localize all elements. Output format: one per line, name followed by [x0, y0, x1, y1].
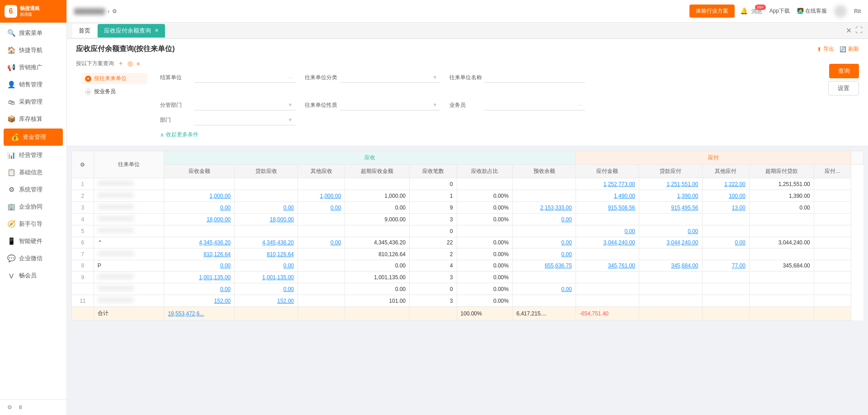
cell-ap_other[interactable]: 13.00 [702, 202, 749, 214]
partner-name-input[interactable] [485, 72, 585, 83]
sidebar-item-member[interactable]: V 畅会员 [0, 267, 66, 284]
scheme-item-salesperson[interactable]: ○ 按业务员 [81, 86, 147, 97]
filter-add-icon[interactable]: ＋ [118, 59, 124, 67]
export-button[interactable]: ⬆ 导出 [817, 45, 834, 53]
cell-prepay_balance[interactable]: 0.00 [513, 248, 576, 260]
refresh-button[interactable]: 🔄 刷新 [840, 45, 859, 53]
cell-ap_loan[interactable] [639, 283, 702, 295]
sidebar-item-guide[interactable]: 🧭 新手引导 [0, 215, 66, 233]
sidebar-item-enterprise[interactable]: 🏢 企业协同 [0, 198, 66, 215]
sidebar-item-marketing[interactable]: 📢 营销推广 [0, 59, 66, 76]
cell-ap_other[interactable] [702, 295, 749, 307]
sidebar-item-wechat[interactable]: 💬 企业微信 [0, 250, 66, 267]
cell-ar_loan[interactable]: 18,000.00 [235, 214, 298, 225]
cell-ar_loan[interactable] [235, 225, 298, 237]
cell-ar_other[interactable] [298, 272, 345, 283]
cell-ar_amount[interactable]: 4,345,436.20 [164, 237, 235, 248]
cell-ap_other[interactable] [702, 272, 749, 283]
cell-prepay_balance[interactable]: 2,153,333.00 [513, 202, 576, 214]
cell-ar_other[interactable]: 0.00 [298, 237, 345, 248]
sidebar-item-operation[interactable]: 📊 经营管理 [0, 147, 66, 164]
user-avatar[interactable] [834, 5, 847, 18]
cell-ap_other[interactable] [702, 248, 749, 260]
cell-ar_amount[interactable]: 0.00 [164, 283, 235, 295]
settings-icon[interactable]: ⚙ [7, 404, 12, 410]
cell-ap_amount[interactable]: 3,044,240.00 [576, 237, 639, 248]
cell-ap_loan[interactable] [639, 248, 702, 260]
sidebar-item-system[interactable]: ⚙ 系统管理 [0, 181, 66, 198]
cell-ap_loan[interactable] [639, 272, 702, 283]
cell-prepay_balance[interactable] [513, 272, 576, 283]
sidebar-item-purchase[interactable]: 🛍 采购管理 [0, 93, 66, 110]
cell-ar_other[interactable] [298, 225, 345, 237]
cell-prepay_balance[interactable] [513, 190, 576, 202]
cell-prepay_balance[interactable] [513, 225, 576, 237]
sidebar-item-finance[interactable]: 💰 资金管理 [4, 129, 63, 146]
cell-ap_amount[interactable]: 915,508.56 [576, 202, 639, 214]
cell-ar_other[interactable] [298, 283, 345, 295]
scheme-item-partner[interactable]: ● 按往来来单位 [81, 73, 147, 84]
setting-button[interactable]: 设置 [828, 81, 859, 95]
cell-ar_loan[interactable]: 4,345,436.20 [235, 237, 298, 248]
cell-ap_loan[interactable] [639, 295, 702, 307]
cell-ap_other[interactable]: 77.00 [702, 260, 749, 272]
cell-ar_other[interactable] [298, 214, 345, 225]
sidebar-item-basic[interactable]: 📋 基础信息 [0, 164, 66, 181]
cell-prepay_balance[interactable] [513, 178, 576, 190]
cell-prepay_balance[interactable]: 655,636.75 [513, 260, 576, 272]
cell-ar_loan[interactable]: 152.00 [235, 295, 298, 307]
cell-ar_loan[interactable]: 0.00 [235, 283, 298, 295]
partner-nature-select[interactable]: ▼ [340, 100, 440, 110]
collapse-btn[interactable]: ∧ 收起更多条件 [160, 128, 859, 141]
sidebar-item-inventory[interactable]: 📦 库存核算 [0, 110, 66, 128]
cell-ar_amount[interactable]: 152.00 [164, 295, 235, 307]
filter-circle-icon[interactable]: ◎ [127, 60, 133, 67]
cell-ar_other[interactable]: 0.00 [298, 202, 345, 214]
col-gear[interactable]: ⚙ [72, 151, 94, 178]
cell-ap_other[interactable] [702, 283, 749, 295]
cell-ap_other[interactable]: 0.00 [702, 237, 749, 248]
header-gear[interactable]: ⚙ [112, 8, 117, 14]
cell-ar_loan[interactable]: 0.00 [235, 260, 298, 272]
table-gear-icon[interactable]: ⚙ [80, 162, 85, 168]
sidebar-item-quicknav[interactable]: 🏠 快捷导航 [0, 42, 66, 59]
cell-prepay_balance[interactable]: 0.00 [513, 237, 576, 248]
cell-ar_amount[interactable]: 18,000.00 [164, 214, 235, 225]
table-scroll-area[interactable]: ⚙ 往来单位 应收 应付 应收金额 贷款应收 其他应收 超期应收金额 [71, 151, 863, 320]
cell-ap_other[interactable]: 1,222.00 [702, 178, 749, 190]
cell-ap_amount[interactable] [576, 295, 639, 307]
cell-ar_amount[interactable]: 0.00 [164, 260, 235, 272]
cell-ar_loan[interactable] [235, 190, 298, 202]
cell-ap_other[interactable] [702, 225, 749, 237]
sidebar-item-search[interactable]: 🔍 搜索菜单 [0, 24, 66, 42]
salesperson-input[interactable]: ··· [484, 100, 585, 110]
cell-ap_amount[interactable] [576, 272, 639, 283]
cell-ar_loan[interactable] [235, 178, 298, 190]
online-service-link[interactable]: 👩‍💻 在线客服 [797, 7, 827, 15]
cell-ap_loan[interactable]: 915,495.56 [639, 202, 702, 214]
cell-prepay_balance[interactable] [513, 295, 576, 307]
sidebar-item-hardware[interactable]: 📱 智能硬件 [0, 233, 66, 250]
cell-ap_loan[interactable]: 1,251,551.00 [639, 178, 702, 190]
cell-prepay_balance[interactable]: 0.00 [513, 283, 576, 295]
cell-ar_amount[interactable]: 0.00 [164, 202, 235, 214]
cell-ar_amount[interactable]: 1,000.00 [164, 190, 235, 202]
cell-ar_amount[interactable] [164, 225, 235, 237]
cell-ar_loan[interactable]: 810,126.64 [235, 248, 298, 260]
cell-ar_amount[interactable] [164, 178, 235, 190]
dept-manage-select[interactable]: ▼ [194, 100, 296, 110]
cell-ap_amount[interactable]: 1,252,773.00 [576, 178, 639, 190]
collapse-icon[interactable]: ⏸ [18, 404, 23, 410]
cell-ap_amount[interactable]: 345,761.00 [576, 260, 639, 272]
cell-ar_amount[interactable]: 810,126.64 [164, 248, 235, 260]
tab-close-window-icon[interactable]: ✕ [846, 26, 852, 35]
user-name-text[interactable]: Rit [854, 8, 861, 14]
cell-ap_loan[interactable]: 3,044,240.00 [639, 237, 702, 248]
cell-ap_loan[interactable] [639, 214, 702, 225]
cell-ap_amount[interactable]: 0.00 [576, 225, 639, 237]
cell-ap_loan[interactable]: 345,684.00 [639, 260, 702, 272]
partner-category-select[interactable]: ▼ [340, 72, 440, 83]
cell-ar_other[interactable] [298, 295, 345, 307]
dept-select[interactable]: ▼ [194, 115, 296, 125]
industry-btn[interactable]: 体验行业方案 [689, 5, 735, 18]
